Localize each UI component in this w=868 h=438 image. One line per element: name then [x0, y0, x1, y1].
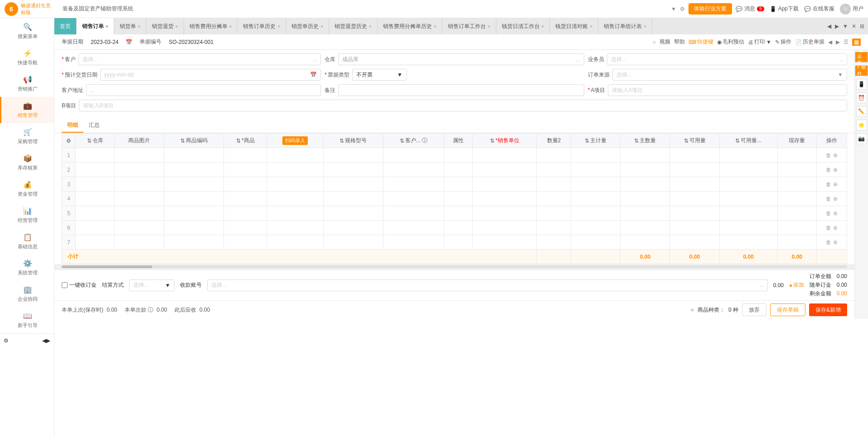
- row-sales-unit[interactable]: [473, 235, 537, 250]
- tab-sales-fee-split-close[interactable]: ×: [229, 24, 232, 29]
- row-quantity2[interactable]: [537, 192, 571, 206]
- delivery-date-input[interactable]: yyyy-mm-dd 📅: [100, 69, 321, 81]
- row-delete-icon[interactable]: 🗑: [826, 210, 831, 217]
- row-main-quantity[interactable]: [621, 148, 670, 163]
- row-customer-code[interactable]: [383, 206, 444, 221]
- row-quantity2[interactable]: [537, 148, 571, 163]
- row-product-code[interactable]: [164, 192, 224, 206]
- discard-button[interactable]: 放弃: [742, 303, 766, 316]
- row-delete-icon[interactable]: 🗑: [826, 167, 831, 173]
- tab-menu-button[interactable]: ▼: [841, 22, 850, 30]
- row-spec[interactable]: [323, 192, 383, 206]
- warehouse-more-icon[interactable]: ...: [576, 57, 580, 62]
- th-settings[interactable]: ⚙: [62, 134, 76, 148]
- tab-sales-return-history[interactable]: 销货单历史 ×: [286, 18, 329, 34]
- row-product[interactable]: [224, 206, 267, 221]
- message-button[interactable]: 💬 消息 9: [736, 5, 764, 13]
- row-spec[interactable]: [323, 177, 383, 192]
- app-download-button[interactable]: 📱 App下载: [770, 5, 799, 13]
- th-main-quantity[interactable]: ⇅主数量: [621, 134, 670, 148]
- sidebar-item-purchase[interactable]: 🛒 采购管理: [0, 123, 54, 149]
- th-available2[interactable]: ⇅可用量...: [719, 134, 777, 148]
- tab-sales-return-goods[interactable]: 销货退货 ×: [146, 18, 184, 34]
- user-button[interactable]: U 用户: [840, 4, 863, 14]
- tab-sales-return-history-close[interactable]: ×: [320, 24, 323, 29]
- calendar2-icon[interactable]: 📅: [310, 72, 317, 78]
- scroll-bar[interactable]: [54, 264, 854, 270]
- sidebar-item-inventory[interactable]: 📦 库存核算: [0, 149, 54, 176]
- profit-button[interactable]: ◉ 毛利预估: [717, 38, 744, 46]
- row-warehouse[interactable]: [76, 148, 115, 163]
- tab-sales-fee-split-history-close[interactable]: ×: [434, 24, 436, 29]
- row-warehouse[interactable]: [76, 163, 115, 177]
- th-customer-code[interactable]: ⇅客户... ⓘ: [383, 134, 444, 148]
- payment-method-select[interactable]: 选择... ▼: [129, 279, 175, 291]
- row-spec[interactable]: [323, 235, 383, 250]
- sidebar-item-search[interactable]: 🔍 搜索菜单: [0, 18, 54, 44]
- invoice-type-select[interactable]: 不开票 ▼: [352, 69, 407, 81]
- row-quantity2[interactable]: [537, 235, 571, 250]
- tab-close-all-button[interactable]: ✕: [850, 22, 858, 30]
- help-button[interactable]: 帮助: [674, 38, 685, 46]
- row-quantity2[interactable]: [537, 177, 571, 192]
- right-panel-icon-5[interactable]: 📷: [856, 133, 867, 144]
- row-product[interactable]: [224, 221, 267, 235]
- a-project-input[interactable]: 请输入A项目: [608, 84, 847, 96]
- b-project-input[interactable]: 请输入B项目: [79, 100, 847, 111]
- tab-sales-order-workbench-close[interactable]: ×: [488, 24, 490, 29]
- row-product[interactable]: [224, 177, 267, 192]
- row-delete-icon[interactable]: 🗑: [826, 152, 831, 159]
- row-product[interactable]: [224, 148, 267, 163]
- row-copy-icon[interactable]: ⊕: [833, 225, 838, 231]
- receipt-account-input[interactable]: 选择... ...: [207, 279, 768, 291]
- warehouse-input[interactable]: 成品库 ...: [338, 53, 584, 65]
- row-copy-icon[interactable]: ⊕: [833, 181, 838, 188]
- tab-sales-return-goods-history[interactable]: 销货退货历史 ×: [329, 18, 378, 34]
- row-warehouse[interactable]: [76, 192, 115, 206]
- print-button[interactable]: 🖨 打印 ▼: [748, 38, 771, 46]
- sidebar-item-sales[interactable]: 💼 销售管理: [0, 97, 54, 123]
- row-customer-code[interactable]: [383, 192, 444, 206]
- tab-sales-order-history-close[interactable]: ×: [277, 24, 280, 29]
- settings-icon[interactable]: ⚙: [680, 6, 685, 12]
- row-delete-icon[interactable]: 🗑: [826, 239, 831, 245]
- current-order-badge[interactable]: ⓘ: [148, 307, 153, 313]
- row-product[interactable]: [224, 192, 267, 206]
- customer-address-more-icon[interactable]: ...: [90, 88, 94, 93]
- tab-sales-order[interactable]: 销售订单 ×: [77, 18, 114, 34]
- row-warehouse[interactable]: [76, 221, 115, 235]
- calendar-icon[interactable]: 📅: [126, 39, 132, 45]
- row-product-code[interactable]: [164, 221, 224, 235]
- row-delete-icon[interactable]: 🗑: [826, 225, 831, 231]
- row-customer-code[interactable]: [383, 163, 444, 177]
- row-copy-icon[interactable]: ⊕: [833, 239, 838, 245]
- th-spec[interactable]: ⇅规格型号: [323, 134, 383, 148]
- row-main-quantity[interactable]: [621, 163, 670, 177]
- view-button[interactable]: 视频: [659, 38, 670, 46]
- customer-address-input[interactable]: ...: [86, 84, 321, 96]
- sidebar-item-basic[interactable]: 📋 基础信息: [0, 228, 54, 255]
- remark-input[interactable]: [338, 84, 584, 96]
- tab-detail[interactable]: 明细: [62, 119, 83, 133]
- sidebar-item-enterprise[interactable]: 🏢 企业协同: [0, 281, 54, 307]
- row-warehouse[interactable]: [76, 235, 115, 250]
- history-button[interactable]: 📄 历史单据: [795, 38, 824, 46]
- th-available[interactable]: ⇅可用量: [670, 134, 719, 148]
- th-warehouse[interactable]: ⇅仓库: [76, 134, 115, 148]
- row-customer-code[interactable]: [383, 177, 444, 192]
- row-quantity2[interactable]: [537, 221, 571, 235]
- tab-sales-return[interactable]: 销货单 ×: [114, 18, 146, 34]
- right-panel-icon-3[interactable]: ✏️: [856, 106, 867, 117]
- row-product-code[interactable]: [164, 163, 224, 177]
- order-source-input[interactable]: 选择... ▼: [612, 69, 847, 81]
- right-panel-settings-button[interactable]: ⚙ 设置: [855, 52, 868, 63]
- tab-next-button[interactable]: ▶: [833, 22, 841, 30]
- save-draft-button[interactable]: 保存草稿: [770, 303, 805, 316]
- row-spec[interactable]: [323, 221, 383, 235]
- one-key-order-checkbox[interactable]: [62, 282, 68, 288]
- row-product-code[interactable]: [164, 206, 224, 221]
- tab-sales-return-goods-close[interactable]: ×: [175, 24, 178, 29]
- row-sales-unit[interactable]: [473, 163, 537, 177]
- row-warehouse[interactable]: [76, 177, 115, 192]
- card-view-button[interactable]: ▦: [852, 39, 861, 46]
